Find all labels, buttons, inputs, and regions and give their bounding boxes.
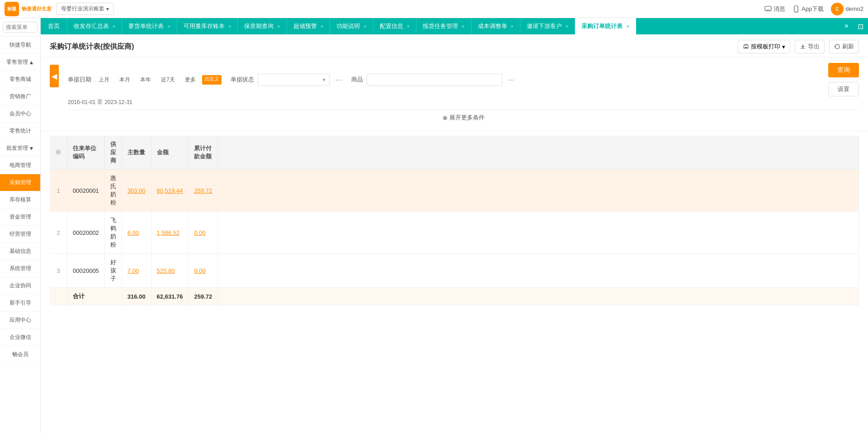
- tab-close-all-btn[interactable]: ×: [840, 18, 853, 34]
- shortcut-this-month[interactable]: 本月: [116, 75, 134, 85]
- sidebar-item-retail-management[interactable]: 零售管理 ▲: [0, 54, 40, 71]
- goods-more-icon[interactable]: ···: [508, 75, 514, 85]
- row-quantity: 6.00: [122, 212, 151, 254]
- row-supplier: 飞鹤奶粉: [104, 212, 122, 254]
- print-button[interactable]: 按模板打印 ▾: [738, 40, 790, 53]
- sidebar-item-enterprise-wechat[interactable]: 企业微信: [0, 329, 40, 346]
- tab-label: 邀请下游客户: [527, 22, 562, 30]
- paid-link[interactable]: 259.72: [194, 187, 212, 194]
- sidebar-item-basic-info[interactable]: 基础信息: [0, 243, 40, 260]
- tab-receive-summary[interactable]: 收发存汇总表 ×: [67, 18, 122, 34]
- tab-close-icon[interactable]: ×: [363, 24, 366, 29]
- col-supplier: 供应商: [104, 136, 122, 170]
- app-download-btn[interactable]: App下载: [793, 5, 824, 13]
- sidebar-item-retail-stats[interactable]: 零售统计: [0, 123, 40, 140]
- table-row[interactable]: 1 00020001 惠氏奶粉 303.00 60,519.44 259.72: [50, 170, 859, 212]
- message-btn[interactable]: 消息: [764, 5, 785, 13]
- tab-expand-btn[interactable]: ⊡: [853, 18, 868, 34]
- shortcut-last-month[interactable]: 上月: [95, 75, 113, 85]
- quantity-link[interactable]: 303.00: [127, 187, 146, 194]
- tab-close-icon[interactable]: ×: [167, 24, 170, 29]
- date-separator: 至: [97, 98, 103, 106]
- sidebar-item-new-guide[interactable]: 新手引导: [0, 295, 40, 312]
- sidebar-item-marketing[interactable]: 营销推广: [0, 88, 40, 105]
- shortcut-this-year[interactable]: 本年: [137, 75, 155, 85]
- sidebar-item-app-center[interactable]: 应用中心: [0, 312, 40, 329]
- table-container: 往来单位编码 供应商 主数量 金额 累计付款金额 1 0002: [41, 136, 868, 305]
- date-to: 2023-12-31: [104, 99, 132, 105]
- tab-close-icon[interactable]: ×: [321, 24, 323, 29]
- sidebar-item-inventory[interactable]: 库存核算: [0, 191, 40, 209]
- shortcut-more[interactable]: 更多: [181, 75, 199, 85]
- nav-tabs: 首页 收发存汇总表 × 要货单统计表 × 可用量库存账本 × 保质期查询 ×: [41, 18, 868, 34]
- tab-config-info[interactable]: 配置信息 ×: [373, 18, 416, 34]
- settings-button[interactable]: 设置: [828, 82, 859, 96]
- sidebar-item-quick-nav[interactable]: 快捷导航: [0, 37, 40, 54]
- tab-shelf-life[interactable]: 保质期查询 ×: [238, 18, 287, 34]
- tab-feature-desc[interactable]: 功能说明 ×: [330, 18, 373, 34]
- print-icon: [743, 43, 749, 50]
- tab-overstock-alert[interactable]: 超储预警 ×: [287, 18, 330, 34]
- sidebar-item-membership[interactable]: 畅会员: [0, 346, 40, 363]
- tab-close-icon[interactable]: ×: [228, 24, 231, 29]
- amount-link[interactable]: 1,586.52: [157, 229, 180, 236]
- search-input[interactable]: [3, 22, 38, 33]
- expand-more-btn[interactable]: ⊕ 展开更多条件: [68, 109, 859, 125]
- tab-home[interactable]: 首页: [41, 18, 67, 34]
- tab-close-icon[interactable]: ×: [626, 24, 629, 29]
- table-row[interactable]: 2 00020002 飞鹤奶粉 6.00 1,586.52 0.00: [50, 212, 859, 254]
- amount-link[interactable]: 60,519.44: [157, 187, 183, 194]
- tab-close-icon[interactable]: ×: [113, 24, 115, 29]
- tab-close-icon[interactable]: ×: [277, 24, 280, 29]
- row-extra: [218, 254, 859, 288]
- status-label: 单据状态: [231, 76, 254, 84]
- tab-label: 要货单统计表: [128, 22, 164, 30]
- sidebar-item-operations[interactable]: 经营管理: [0, 226, 40, 243]
- tab-cost-adjust[interactable]: 成本调整单 ×: [472, 18, 520, 34]
- sidebar-item-retail-store[interactable]: 零售商城: [0, 71, 40, 88]
- header-actions: 按模板打印 ▾ 导出 刷新: [738, 40, 859, 53]
- user-avatar-area[interactable]: E demo2: [831, 3, 863, 15]
- workspace-arrow: ▾: [106, 6, 109, 12]
- refresh-button[interactable]: 刷新: [829, 40, 859, 53]
- sidebar-item-purchase[interactable]: 采购管理: [0, 174, 40, 191]
- col-extra: [218, 136, 859, 170]
- export-button[interactable]: 导出: [795, 40, 825, 53]
- tab-goods-stats[interactable]: 要货单统计表 ×: [122, 18, 177, 34]
- quantity-link[interactable]: 7.00: [127, 267, 139, 274]
- footer-quantity: 316.00: [122, 288, 151, 305]
- tab-close-icon[interactable]: ×: [511, 24, 514, 29]
- logo-text: 畅捷通好生意: [22, 6, 52, 12]
- workspace-selector[interactable]: 母婴行业演示账套 ▾: [56, 3, 114, 15]
- sidebar-item-member-center[interactable]: 会员中心: [0, 105, 40, 123]
- goods-input[interactable]: [367, 74, 502, 86]
- sidebar-item-finance[interactable]: 资金管理: [0, 209, 40, 226]
- top-right: 消息 App下载 E demo2: [764, 3, 863, 15]
- tab-invite-downstream[interactable]: 邀请下游客户 ×: [520, 18, 575, 34]
- paid-link[interactable]: 0.00: [194, 267, 205, 274]
- sidebar-item-enterprise-collab[interactable]: 企业协同: [0, 277, 40, 295]
- app-download-label: App下载: [802, 5, 824, 13]
- row-supplier: 惠氏奶粉: [104, 170, 122, 212]
- paid-link[interactable]: 0.00: [194, 229, 205, 236]
- sidebar-item-system[interactable]: 系统管理: [0, 260, 40, 277]
- row-code: 00020001: [67, 170, 105, 212]
- tab-close-icon[interactable]: ×: [566, 24, 568, 29]
- filter-toggle-btn[interactable]: ◀: [50, 65, 59, 87]
- tab-purchase-stats[interactable]: 采购订单统计表 ×: [575, 18, 636, 34]
- status-more-icon[interactable]: ···: [335, 75, 342, 85]
- status-select[interactable]: [258, 74, 330, 86]
- tab-pick-task[interactable]: 拣货任务管理 ×: [416, 18, 471, 34]
- tab-available-stock[interactable]: 可用量库存账本 ×: [177, 18, 238, 34]
- sidebar-item-wholesale[interactable]: 批发管理 ▼: [0, 140, 40, 157]
- tab-close-icon[interactable]: ×: [462, 24, 464, 29]
- row-code: 00020005: [67, 254, 105, 288]
- amount-link[interactable]: 525.80: [157, 267, 175, 274]
- sidebar-item-ecommerce[interactable]: 电商管理: [0, 157, 40, 174]
- shortcut-7days[interactable]: 近7天: [157, 75, 179, 85]
- table-row[interactable]: 3 00020005 好孩子 7.00 525.80 0.00: [50, 254, 859, 288]
- row-paid: 0.00: [189, 254, 218, 288]
- quantity-link[interactable]: 6.00: [127, 229, 139, 236]
- tab-close-icon[interactable]: ×: [407, 24, 410, 29]
- query-button[interactable]: 查询: [828, 63, 859, 77]
